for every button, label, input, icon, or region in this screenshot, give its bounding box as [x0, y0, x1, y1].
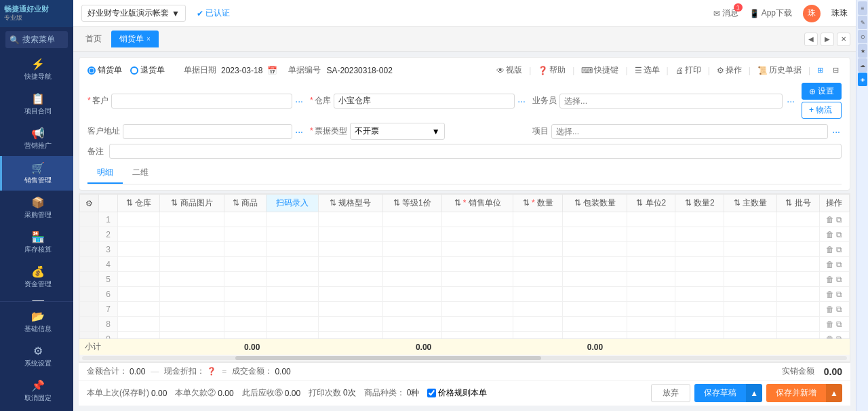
sidebar-item-accounting[interactable]: 📊 总账管理	[0, 294, 73, 301]
table-cell[interactable]	[777, 242, 819, 257]
table-cell[interactable]	[675, 332, 724, 339]
remark-input[interactable]	[109, 144, 842, 159]
table-cell[interactable]	[80, 317, 99, 332]
table-cell[interactable]	[675, 257, 724, 272]
table-cell[interactable]	[777, 227, 819, 242]
table-cell[interactable]	[441, 242, 513, 257]
delete-icon[interactable]: 🗑	[826, 260, 834, 269]
save-draft-arrow[interactable]: ▲	[746, 384, 762, 402]
sidebar-item-capital[interactable]: 💰 资金管理	[0, 260, 73, 294]
table-cell[interactable]	[441, 287, 513, 302]
list-view-button[interactable]: ⊟	[830, 64, 842, 76]
table-cell[interactable]	[675, 227, 724, 242]
table-cell[interactable]	[267, 212, 319, 227]
table-cell[interactable]	[118, 302, 160, 317]
table-cell[interactable]: 8	[99, 317, 118, 332]
table-cell[interactable]	[441, 227, 513, 242]
table-cell[interactable]	[118, 227, 160, 242]
table-cell[interactable]	[563, 287, 627, 302]
table-cell[interactable]	[160, 227, 224, 242]
sidebar-item-settings[interactable]: ⚙ 系统设置	[0, 339, 73, 374]
delete-icon[interactable]: 🗑	[826, 319, 834, 329]
table-cell[interactable]	[513, 332, 563, 339]
sidebar-item-base-info[interactable]: 📂 基础信息	[0, 305, 73, 339]
col-unit2[interactable]: ⇅ 单位2	[627, 195, 675, 212]
table-cell[interactable]: 2	[99, 227, 118, 242]
salesman-extra-icon[interactable]: ···	[785, 96, 796, 106]
table-cell[interactable]	[382, 272, 441, 287]
copy-icon[interactable]: ⧉	[836, 319, 842, 329]
table-cell[interactable]	[627, 332, 675, 339]
right-panel-btn-5[interactable]: ☁	[858, 58, 867, 72]
delete-icon[interactable]: 🗑	[826, 275, 834, 284]
table-cell[interactable]	[777, 257, 819, 272]
tab-2d[interactable]: 二维	[123, 163, 158, 184]
table-cell[interactable]	[777, 302, 819, 317]
invoice-select[interactable]: 不开票 ▼	[350, 123, 445, 140]
calendar-icon[interactable]: 📅	[267, 66, 277, 75]
table-cell[interactable]	[318, 257, 382, 272]
table-cell[interactable]	[267, 317, 319, 332]
col-image[interactable]: ⇅ 商品图片	[160, 195, 224, 212]
table-cell[interactable]	[563, 212, 627, 227]
sidebar-item-sales[interactable]: 🛒 销售管理	[0, 156, 73, 191]
select-button[interactable]: ☰ 选单	[632, 63, 663, 77]
table-cell[interactable]	[724, 212, 776, 227]
history-button[interactable]: 📜 历史单据	[755, 63, 804, 77]
table-cell[interactable]	[224, 287, 266, 302]
table-cell[interactable]	[160, 317, 224, 332]
table-cell[interactable]	[563, 257, 627, 272]
warehouse-input[interactable]	[334, 94, 515, 109]
delete-icon[interactable]: 🗑	[826, 290, 834, 299]
table-cell[interactable]	[224, 227, 266, 242]
right-panel-btn-3[interactable]: ⊙	[858, 30, 867, 43]
tab-nav-right[interactable]: ▶	[821, 33, 834, 46]
address-input[interactable]	[123, 124, 292, 139]
table-cell[interactable]	[224, 242, 266, 257]
col-product[interactable]: ⇅ 商品	[224, 195, 266, 212]
right-panel-btn-4[interactable]: ★	[858, 44, 867, 58]
table-cell[interactable]	[777, 272, 819, 287]
table-cell[interactable]	[160, 212, 224, 227]
table-cell[interactable]	[724, 287, 776, 302]
col-main-qty[interactable]: ⇅ 主数量	[724, 195, 776, 212]
col-pack-qty[interactable]: ⇅ 包装数量	[563, 195, 627, 212]
salesman-input[interactable]	[559, 94, 783, 109]
table-cell[interactable]	[441, 317, 513, 332]
table-cell[interactable]: 3	[99, 242, 118, 257]
table-cell[interactable]	[80, 302, 99, 317]
table-cell[interactable]	[318, 332, 382, 339]
tab-sales-order[interactable]: 销货单 ×	[111, 31, 159, 47]
table-cell[interactable]	[267, 257, 319, 272]
table-cell[interactable]	[513, 317, 563, 332]
table-cell[interactable]	[675, 287, 724, 302]
tab-close-all[interactable]: ✕	[837, 33, 850, 46]
save-draft-button[interactable]: 保存草稿	[694, 384, 746, 402]
table-cell[interactable]	[267, 242, 319, 257]
copy-icon[interactable]: ⧉	[836, 290, 842, 299]
table-cell[interactable]	[224, 302, 266, 317]
table-cell[interactable]	[224, 257, 266, 272]
operate-button[interactable]: ⚙ 操作	[714, 63, 745, 77]
table-cell[interactable]	[318, 287, 382, 302]
table-cell[interactable]: 4	[99, 257, 118, 272]
table-cell[interactable]	[513, 287, 563, 302]
table-cell[interactable]	[80, 332, 99, 339]
table-cell[interactable]	[675, 212, 724, 227]
table-cell[interactable]	[513, 302, 563, 317]
table-cell[interactable]	[80, 227, 99, 242]
table-cell[interactable]: 5	[99, 272, 118, 287]
table-cell[interactable]	[118, 332, 160, 339]
table-cell[interactable]	[160, 257, 224, 272]
sidebar-item-quick-nav[interactable]: ⚡ 快捷导航	[0, 52, 73, 87]
search-button[interactable]: 🔍 搜索菜单	[5, 31, 68, 48]
customer-input[interactable]	[111, 94, 293, 109]
table-cell[interactable]	[160, 287, 224, 302]
table-cell[interactable]	[267, 272, 319, 287]
radio-sale[interactable]: 销货单	[87, 64, 122, 76]
table-cell[interactable]	[563, 227, 627, 242]
right-panel-btn-1[interactable]: ≡	[858, 1, 867, 15]
table-cell[interactable]	[724, 227, 776, 242]
save-new-button[interactable]: 保存并新增	[766, 384, 826, 402]
app-download-button[interactable]: 📱 App下载	[749, 7, 792, 19]
